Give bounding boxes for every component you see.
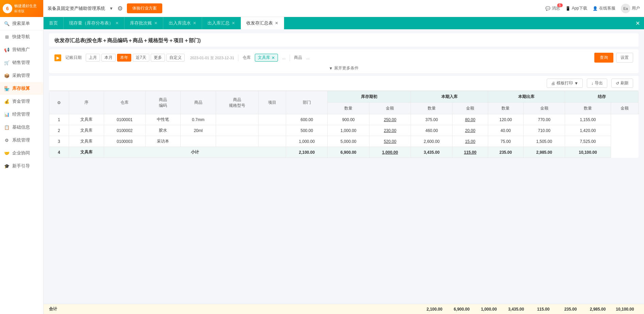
td-row-num: 1: [49, 114, 69, 125]
td-in-qty[interactable]: 520.00: [369, 136, 411, 147]
td-subtotal-in-qty[interactable]: 1,000.00: [369, 147, 411, 158]
date-btn-prev[interactable]: 上月: [86, 54, 100, 62]
sidebar-item-basic[interactable]: 📋 基础信息: [0, 121, 43, 134]
in-qty-link[interactable]: 520.00: [384, 139, 396, 144]
td-bal-amt: 7,525.00: [565, 136, 611, 147]
td-out-amt: 75.00: [488, 136, 523, 147]
sidebar-nav: ⊞ 快捷导航 📢 营销推广 🛒 销售管理 📦 采购管理 🏪 库存核算 💰 资金管…: [0, 30, 43, 314]
th-init-qty: 数量: [328, 103, 369, 114]
topbar-dropdown-arrow[interactable]: ▼: [109, 6, 113, 11]
tab-io-summary[interactable]: 收发存汇总表 ✕: [241, 17, 284, 29]
page-content: 收发存汇总表(按仓库＋商品编码＋商品＋规格型号＋项目＋部门) ▶ 记账日期 上月…: [44, 29, 644, 304]
th-name: 商品: [181, 91, 216, 114]
date-label: 记账日期: [65, 55, 82, 61]
data-table: ⚙ 序 仓库 商品编码 商品 商品规格型号 项目 部门 库存期初 本期入库 本期…: [49, 91, 639, 158]
export-btn[interactable]: ↓ 导出: [587, 79, 607, 88]
dropdown-icon: ▼: [574, 81, 578, 86]
td-dept: [258, 136, 286, 147]
message-icon: 💬: [545, 6, 550, 11]
sidebar-item-finance[interactable]: 💰 资金管理: [0, 95, 43, 108]
sidebar-label-newbie: 新手引导: [12, 163, 30, 169]
message-btn[interactable]: 💬 消息 6: [545, 5, 560, 11]
total-bar: 合计 2,100.00 6,900.00 1,000.00 3,435.00 1…: [44, 304, 644, 314]
settings-icon[interactable]: ⚙: [117, 5, 123, 12]
sidebar-item-newbie[interactable]: 🎓 新手引导: [0, 160, 43, 172]
sidebar-item-inventory[interactable]: 🏪 库存核算: [0, 82, 43, 95]
warehouse-more[interactable]: ...: [282, 55, 285, 60]
collab-icon: 🤝: [4, 151, 10, 156]
tab-stock-dist-close[interactable]: ✕: [115, 21, 119, 26]
total-in-amt: 3,435.00: [502, 307, 530, 312]
tab-batch-close[interactable]: ✕: [154, 21, 158, 26]
sidebar-item-collab[interactable]: 🤝 企业协同: [0, 147, 43, 160]
td-in-qty[interactable]: 230.00: [369, 125, 411, 136]
subtotal-out-qty-link[interactable]: 115.00: [464, 150, 477, 155]
tab-inout-summary[interactable]: 出入库汇总 ✕: [202, 17, 241, 29]
td-subtotal-out-amt: 235.00: [488, 147, 523, 158]
th-in-qty: 数量: [411, 103, 452, 114]
in-qty-link[interactable]: 250.00: [384, 117, 396, 122]
th-in: 本期入库: [411, 91, 488, 103]
sidebar-label-marketing: 营销推广: [12, 47, 30, 53]
th-out-qty: 数量: [488, 103, 523, 114]
subtotal-in-qty-link[interactable]: 1,000.00: [382, 150, 398, 155]
td-out-qty[interactable]: 20.00: [452, 125, 488, 136]
expand-conditions-btn[interactable]: ▼ 展开更多条件: [329, 65, 359, 71]
template-print-btn[interactable]: 🖨 模板打印 ▼: [547, 79, 583, 88]
th-settings[interactable]: ⚙: [49, 91, 69, 114]
date-btn-year[interactable]: 本年: [117, 54, 131, 62]
td-out-qty[interactable]: 80.00: [452, 114, 488, 125]
date-btn-7d[interactable]: 近7天: [133, 54, 149, 62]
refresh-btn[interactable]: ↺ 刷新: [611, 79, 633, 88]
td-code: 0100002: [104, 125, 145, 136]
tab-io-summary-close[interactable]: ✕: [275, 21, 278, 26]
tab-inout-flow-close[interactable]: ✕: [193, 21, 196, 26]
warehouse-tag-close[interactable]: ✕: [271, 55, 275, 60]
out-qty-link[interactable]: 20.00: [465, 128, 475, 133]
tab-stock-dist[interactable]: 现存量（库存分布表） ✕: [64, 17, 125, 29]
tabs-close-all[interactable]: ✕: [631, 20, 644, 27]
online-service-btn[interactable]: 👤 在线客服: [593, 5, 615, 11]
th-project: 项目: [258, 91, 286, 114]
total-out-amt: 235.00: [557, 307, 584, 312]
product-more[interactable]: ...: [306, 55, 310, 60]
th-dept: 部门: [286, 91, 328, 114]
date-btn-more[interactable]: 更多: [151, 54, 165, 62]
sidebar-item-quick-nav[interactable]: ⊞ 快捷导航: [0, 30, 43, 43]
td-row-num: 2: [49, 125, 69, 136]
tab-inout-flow[interactable]: 出入库流水 ✕: [163, 17, 202, 29]
td-subtotal-out-qty[interactable]: 115.00: [452, 147, 488, 158]
th-init-amt: 金额: [369, 103, 411, 114]
inventory-icon: 🏪: [4, 86, 10, 91]
column-settings-icon[interactable]: ⚙: [57, 100, 61, 105]
date-btn-custom[interactable]: 自定义: [166, 54, 185, 62]
td-init-amt: 5,000.00: [328, 136, 369, 147]
tab-batch[interactable]: 库存批次账 ✕: [125, 17, 163, 29]
sidebar-label-finance: 资金管理: [12, 98, 30, 104]
tab-home[interactable]: 首页: [44, 17, 64, 29]
finance-icon: 💰: [4, 99, 10, 104]
filter-collapse-btn[interactable]: ▶: [54, 54, 61, 61]
sidebar-item-marketing[interactable]: 📢 营销推广: [0, 43, 43, 56]
sidebar-item-sales[interactable]: 🛒 销售管理: [0, 56, 43, 69]
td-warehouse: 文具库: [69, 136, 104, 147]
sidebar-item-purchase[interactable]: 📦 采购管理: [0, 69, 43, 82]
query-btn[interactable]: 查询: [594, 53, 613, 63]
td-name: 中性笔: [146, 114, 181, 125]
out-qty-link[interactable]: 15.00: [465, 139, 475, 144]
td-in-qty[interactable]: 250.00: [369, 114, 411, 125]
in-qty-link[interactable]: 230.00: [384, 128, 396, 133]
sidebar-item-system[interactable]: ⚙ 系统管理: [0, 134, 43, 147]
app-download-btn[interactable]: 📱 App下载: [565, 5, 587, 11]
sidebar-item-search[interactable]: 🔍 搜索菜单: [0, 17, 43, 30]
td-out-qty[interactable]: 15.00: [452, 136, 488, 147]
sidebar-item-operations[interactable]: 📊 经营管理: [0, 108, 43, 121]
trial-btn[interactable]: 体验行业方案: [127, 3, 162, 13]
user-btn[interactable]: Ea 用户: [621, 4, 640, 13]
table-row: 2 文具库 0100002 胶水 20ml 500.00 1,000.00 23…: [49, 125, 639, 136]
out-qty-link[interactable]: 80.00: [465, 117, 475, 122]
date-btn-curr[interactable]: 本月: [101, 54, 116, 62]
filter-settings-btn[interactable]: 设置: [616, 53, 633, 63]
td-init-qty: 600.00: [286, 114, 328, 125]
tab-inout-summary-close[interactable]: ✕: [232, 21, 235, 26]
